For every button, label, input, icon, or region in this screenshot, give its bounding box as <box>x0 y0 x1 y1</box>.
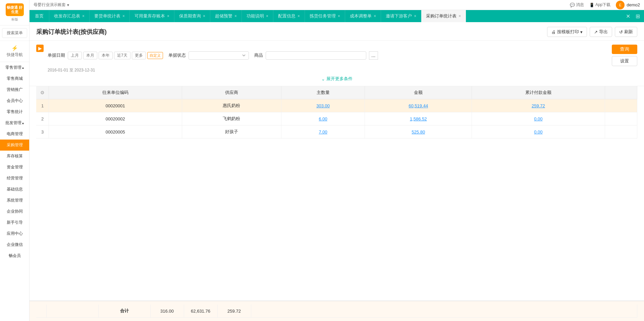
col-extra <box>605 86 637 99</box>
col-amount-header: 金额 <box>365 86 472 99</box>
summary-extra <box>251 305 637 318</box>
tab-shoufa[interactable]: 收发存汇总表 × <box>49 10 90 22</box>
status-filter-label: 单据状态 <box>168 52 186 58</box>
date-this-month[interactable]: 本月 <box>83 52 97 59</box>
tab-yaoqing[interactable]: 邀请下游客户 × <box>381 10 421 22</box>
tab-close-8[interactable]: × <box>374 14 376 18</box>
col-settings-header[interactable]: ⚙ <box>36 86 49 99</box>
sidebar-item-1[interactable]: 零售商城 <box>0 73 29 84</box>
refresh-button[interactable]: ↺ 刷新 <box>615 27 637 37</box>
date-7-days[interactable]: 近7天 <box>114 52 130 59</box>
sidebar-item-0[interactable]: 零售管理 ▴ <box>0 62 29 73</box>
search-button[interactable]: 查询 <box>612 45 637 54</box>
sidebar-item-2[interactable]: 营销推广 <box>0 84 29 95</box>
summary-amount: 62,631.76 <box>184 305 217 318</box>
template-print-button[interactable]: 🖨 按模板打印 ▾ <box>547 27 587 37</box>
user-menu[interactable]: E demo2 <box>616 1 640 9</box>
close-all-tabs-button[interactable]: ✕ <box>625 12 632 20</box>
quick-nav-button[interactable]: ⚡ 快捷导航 <box>0 43 29 60</box>
workspace-dropdown-icon: ▾ <box>67 3 69 7</box>
row-supplier-0: 惠氏奶粉 <box>182 99 281 112</box>
row-num-1: 2 <box>36 112 49 125</box>
sidebar-item-9[interactable]: 资金管理 <box>0 162 29 173</box>
tab-peizhi[interactable]: 配置信息 × <box>273 10 305 22</box>
tab-close-10[interactable]: × <box>459 14 461 18</box>
sidebar-item-14[interactable]: 新手引导 <box>0 217 29 228</box>
date-custom-tag: 自定义 <box>147 52 163 59</box>
row-paid-1[interactable]: 0.00 <box>472 112 605 125</box>
tab-close-6[interactable]: × <box>298 14 300 18</box>
avatar: E <box>616 1 625 9</box>
sidebar-item-3[interactable]: 会员中心 <box>0 95 29 106</box>
row-amount-0[interactable]: 60,519.44 <box>365 99 472 112</box>
tab-close-0[interactable]: × <box>82 14 85 18</box>
expand-tabs-button[interactable]: ⊞ <box>634 12 641 20</box>
goods-more-button[interactable]: … <box>369 51 378 60</box>
messages-button[interactable]: 💬 消息 <box>570 2 584 8</box>
expand-more-button[interactable]: ⌄ 展开更多条件 <box>321 76 353 82</box>
date-this-year[interactable]: 本年 <box>99 52 113 59</box>
tab-gongneng[interactable]: 功能说明 × <box>242 10 273 22</box>
filter-toggle-button[interactable]: ▶ <box>36 45 44 52</box>
app-logo: 畅捷通 好生意 <box>6 3 24 16</box>
tab-close-7[interactable]: × <box>338 14 340 18</box>
page-actions: 🖨 按模板打印 ▾ ↗ 导出 ↺ 刷新 <box>547 27 637 37</box>
workspace-selector[interactable]: 母婴行业演示账套 ▾ <box>34 2 69 8</box>
search-menu-button[interactable]: 搜索菜单 <box>2 28 27 38</box>
row-paid-2[interactable]: 0.00 <box>472 125 605 139</box>
sidebar-item-15[interactable]: 应用中心 <box>0 228 29 239</box>
table-container: ⚙ 往来单位编码 供应商 主数量 金额 累计付款金额 1 00020001 <box>30 86 644 301</box>
tab-close-1[interactable]: × <box>122 14 125 18</box>
sidebar-item-13[interactable]: 企业协同 <box>0 206 29 217</box>
row-num-0: 1 <box>36 99 49 112</box>
tab-chaochujing[interactable]: 超储预警 × <box>210 10 242 22</box>
row-qty-1[interactable]: 6.00 <box>281 112 365 125</box>
row-code-0: 00020001 <box>49 99 182 112</box>
sidebar-item-16[interactable]: 企业微信 <box>0 239 29 250</box>
tab-baozhi[interactable]: 保质期查询 × <box>174 10 210 22</box>
sidebar-search-area[interactable]: 搜索菜单 <box>0 25 29 41</box>
tab-yaohuo[interactable]: 要货单统计表 × <box>90 10 130 22</box>
sidebar-item-7[interactable]: 采购管理 <box>0 140 29 151</box>
date-last-month[interactable]: 上月 <box>68 52 82 59</box>
tab-close-4[interactable]: × <box>234 14 237 18</box>
date-more[interactable]: 更多 <box>132 52 146 59</box>
tab-close-2[interactable]: × <box>167 14 169 18</box>
sidebar-item-17[interactable]: 畅会员 <box>0 250 29 261</box>
tab-close-9[interactable]: × <box>414 14 416 18</box>
row-extra-2 <box>605 125 637 139</box>
sidebar-item-12[interactable]: 系统管理 <box>0 195 29 206</box>
table-row: 1 00020001 惠氏奶粉 303.00 60,519.44 259.72 <box>36 99 637 112</box>
goods-filter: 商品 … <box>254 51 378 60</box>
app-download-button[interactable]: 📱 App下载 <box>589 2 610 8</box>
status-select[interactable] <box>189 51 249 60</box>
tab-chengben[interactable]: 成本调整单 × <box>345 10 381 22</box>
row-amount-2[interactable]: 525.80 <box>365 125 472 139</box>
export-button[interactable]: ↗ 导出 <box>590 27 612 37</box>
row-qty-2[interactable]: 7.00 <box>281 125 365 139</box>
tabs-actions: ✕ ⊞ <box>622 12 644 20</box>
tab-home[interactable]: 首页 <box>30 10 49 22</box>
goods-input[interactable] <box>266 51 366 60</box>
expand-more-filters[interactable]: ⌄ 展开更多条件 <box>36 76 637 82</box>
settings-button[interactable]: 设置 <box>612 56 637 66</box>
tab-close-3[interactable]: × <box>203 14 205 18</box>
sidebar-item-11[interactable]: 基础信息 <box>0 184 29 195</box>
table-row: 2 00020002 飞鹤奶粉 6.00 1,586.52 0.00 <box>36 112 637 125</box>
tab-caigou-active[interactable]: 采购订单统计表 × <box>421 10 466 22</box>
sidebar-item-8[interactable]: 库存核算 <box>0 151 29 162</box>
tab-kuyong[interactable]: 可用量库存账本 × <box>130 10 174 22</box>
column-settings-icon[interactable]: ⚙ <box>40 90 45 95</box>
sidebar-item-6[interactable]: 电商管理 <box>0 128 29 140</box>
sidebar-item-4[interactable]: 零售统计 <box>0 106 29 117</box>
sidebar-item-10[interactable]: 经营管理 <box>0 173 29 184</box>
date-filter-label: 单据日期 <box>48 52 65 58</box>
tab-close-5[interactable]: × <box>266 14 268 18</box>
template-dropdown-icon: ▾ <box>580 30 583 35</box>
row-paid-0[interactable]: 259.72 <box>472 99 605 112</box>
sidebar-item-5[interactable]: 批发管理 ▴ <box>0 117 29 128</box>
summary-table: 合计 316.00 62,631.76 259.72 <box>36 305 637 318</box>
row-amount-1[interactable]: 1,586.52 <box>365 112 472 125</box>
tab-jianhuo[interactable]: 拣货任务管理 × <box>305 10 345 22</box>
row-qty-0[interactable]: 303.00 <box>281 99 365 112</box>
